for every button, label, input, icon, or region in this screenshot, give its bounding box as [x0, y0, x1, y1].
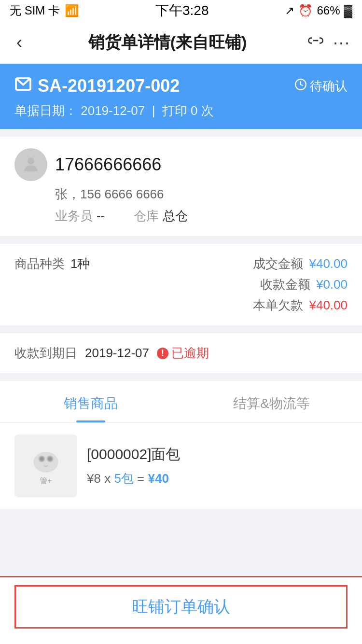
- clock-icon: [294, 78, 307, 94]
- product-name: [0000002]面包: [87, 445, 348, 464]
- status-time: 下午3:28: [155, 1, 209, 20]
- deal-amount-row: 成交金额 ¥40.00: [253, 255, 348, 272]
- owed-value: ¥40.00: [309, 298, 348, 313]
- svg-point-8: [48, 457, 52, 461]
- customer-extra: 业务员 -- 仓库 总仓: [55, 208, 348, 224]
- salesperson-item: 业务员 --: [55, 208, 105, 224]
- more-button[interactable]: ···: [333, 32, 350, 53]
- deal-amount-value: ¥40.00: [309, 256, 348, 271]
- due-date-value: 2019-12-07: [85, 346, 149, 361]
- sim-label: 无 SIM 卡: [10, 3, 60, 18]
- overdue-badge: ! 已逾期: [157, 345, 209, 362]
- order-id: SA-20191207-002: [38, 76, 180, 96]
- print-info: 打印 0 次: [162, 103, 214, 118]
- amount-info: 成交金额 ¥40.00 收款金额 ¥0.00 本单欠款 ¥40.00: [253, 255, 348, 314]
- summary-section: 商品种类 1种 成交金额 ¥40.00 收款金额 ¥0.00 本单欠款 ¥40.…: [0, 244, 362, 325]
- salesperson-value: --: [97, 209, 105, 224]
- overdue-text: 已逾期: [171, 345, 209, 362]
- wifi-icon: 📶: [65, 4, 79, 17]
- back-button[interactable]: ‹: [12, 28, 27, 57]
- meta-date-label: 单据日期：: [14, 103, 77, 118]
- page-title: 销货单详情(来自旺铺): [88, 31, 247, 54]
- svg-point-7: [40, 457, 44, 461]
- warehouse-label: 仓库: [134, 208, 159, 224]
- category-info: 商品种类 1种: [14, 255, 253, 272]
- product-price: ¥8 x 5包 = ¥40: [87, 470, 348, 487]
- owed-row: 本单欠款 ¥40.00: [253, 297, 348, 314]
- tab-sales-products[interactable]: 销售商品: [0, 381, 181, 422]
- status-right: ↗ ⏰ 66% ▓: [285, 4, 352, 17]
- total-text: ¥40: [148, 471, 168, 486]
- equals-text: =: [134, 471, 148, 486]
- product-thumbnail: 管+: [14, 434, 77, 497]
- overdue-dot-icon: !: [157, 348, 168, 359]
- order-meta: 单据日期： 2019-12-07 | 打印 0 次: [14, 102, 348, 119]
- alarm-icon: ⏰: [298, 4, 313, 17]
- customer-name: 张，156 6666 6666: [55, 186, 348, 203]
- salesperson-label: 业务员: [55, 208, 93, 224]
- received-value: ¥0.00: [316, 277, 348, 292]
- deal-amount-label: 成交金额: [253, 255, 303, 272]
- received-label: 收款金额: [260, 276, 310, 293]
- category-label: 商品种类: [14, 255, 65, 272]
- customer-phone: 17666666666: [55, 154, 161, 175]
- tabs-row: 销售商品 结算&物流等: [0, 381, 362, 423]
- status-text: 待确认: [310, 78, 348, 95]
- order-date: 2019-12-07: [81, 103, 145, 118]
- bottom-bar: 旺铺订单确认: [0, 576, 362, 644]
- qty-text: 5包: [114, 471, 133, 486]
- order-header: SA-20191207-002 待确认 单据日期： 2019-12-07 | 打…: [0, 64, 362, 129]
- svg-point-4: [33, 452, 58, 473]
- category-value: 1种: [70, 255, 90, 272]
- avatar: [14, 148, 47, 181]
- status-left: 无 SIM 卡 📶: [10, 3, 79, 18]
- due-label: 收款到期日: [14, 345, 77, 362]
- warehouse-value: 总仓: [163, 208, 188, 224]
- battery-label: 66%: [317, 4, 340, 17]
- tabs-section: 销售商品 结算&物流等 管+: [0, 381, 362, 509]
- logo-text: 管+: [29, 476, 63, 486]
- tab-settlement-logistics[interactable]: 结算&物流等: [181, 381, 362, 422]
- nav-bar: ‹ 销货单详情(来自旺铺) ···: [0, 21, 362, 64]
- nav-actions: ···: [308, 32, 350, 53]
- battery-icon: ▓: [344, 4, 353, 17]
- received-row: 收款金额 ¥0.00: [260, 276, 348, 293]
- table-row: 管+ [0000002]面包 ¥8 x 5包 = ¥40: [0, 423, 362, 509]
- svg-point-3: [28, 158, 34, 165]
- warehouse-item: 仓库 总仓: [134, 208, 188, 224]
- location-icon: ↗: [285, 4, 294, 17]
- owed-label: 本单欠款: [253, 297, 303, 314]
- status-bar: 无 SIM 卡 📶 下午3:28 ↗ ⏰ 66% ▓: [0, 0, 362, 21]
- due-section: 收款到期日 2019-12-07 ! 已逾期: [0, 333, 362, 373]
- confirm-order-button[interactable]: 旺铺订单确认: [14, 585, 348, 629]
- price-text: ¥8 x: [87, 471, 114, 486]
- product-list: 管+ [0000002]面包 ¥8 x 5包 = ¥40: [0, 423, 362, 509]
- share-button[interactable]: [308, 33, 323, 52]
- product-info: [0000002]面包 ¥8 x 5包 = ¥40: [87, 445, 348, 487]
- order-status: 待确认: [294, 78, 348, 95]
- customer-section: 17666666666 张，156 6666 6666 业务员 -- 仓库 总仓: [0, 137, 362, 236]
- order-icon: [14, 75, 32, 97]
